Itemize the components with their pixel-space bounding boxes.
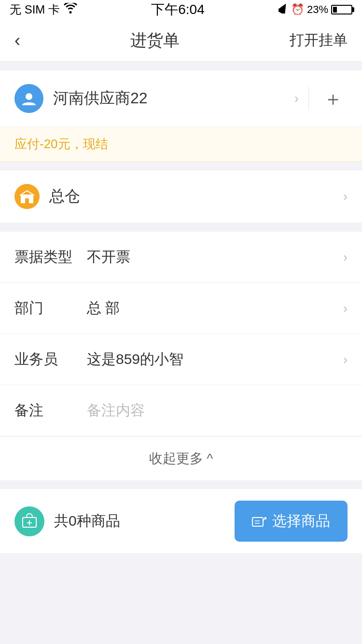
status-left: 无 SIM 卡 [10,2,77,17]
collapse-row[interactable]: 收起更多 ^ [0,436,362,480]
status-time: 下午6:04 [151,0,205,19]
warehouse-icon [14,184,40,209]
wifi-icon [64,3,77,16]
add-supplier-button[interactable]: ＋ [319,85,348,112]
supplier-avatar [14,84,43,113]
salesperson-value: 这是859的小智 [77,350,343,369]
page-title: 进货单 [130,29,180,52]
vertical-divider [308,86,309,111]
invoice-type-chevron-icon: › [343,250,348,265]
supplier-row[interactable]: 河南供应商22 › ＋ [0,70,362,127]
gap-2 [0,223,362,232]
invoice-type-value: 不开票 [77,247,343,267]
open-pending-button[interactable]: 打开挂单 [290,30,348,50]
select-product-label: 选择商品 [272,511,330,531]
location-icon [278,3,288,16]
collapse-label: 收起更多 ^ [149,449,213,468]
alarm-icon: ⏰ [291,3,304,16]
product-count: 共0种商品 [54,511,225,531]
supplier-card: 河南供应商22 › ＋ 应付-20元，现结 [0,70,362,162]
supplier-chevron-icon: › [294,91,299,106]
notice-row: 应付-20元，现结 [0,127,362,162]
svg-rect-2 [25,198,29,203]
battery-icon [331,5,352,14]
department-row[interactable]: 部门 总 部 › [0,283,362,334]
department-chevron-icon: › [343,301,348,316]
department-value: 总 部 [77,298,343,318]
salesperson-row[interactable]: 业务员 这是859的小智 › [0,334,362,385]
notice-text: 应付-20元，现结 [14,137,108,151]
status-right: ⏰ 23% [278,3,352,16]
department-label: 部门 [14,298,77,318]
salesperson-label: 业务员 [14,350,77,369]
svg-point-0 [26,93,32,100]
warehouse-chevron-icon: › [343,189,348,204]
carrier-label: 无 SIM 卡 [10,2,60,17]
supplier-name: 河南供应商22 [53,88,285,109]
battery-percent: 23% [307,3,328,16]
remark-input[interactable]: 备注内容 [77,401,348,420]
product-icon [14,506,44,536]
nav-bar: ‹ 进货单 打开挂单 [0,19,362,62]
gap-1 [0,162,362,170]
warehouse-name: 总仓 [49,186,343,207]
status-bar: 无 SIM 卡 下午6:04 ⏰ 23% [0,0,362,19]
bottom-section: 共0种商品 选择商品 [0,489,362,553]
salesperson-chevron-icon: › [343,352,348,367]
svg-rect-6 [252,518,263,526]
remark-label: 备注 [14,401,77,420]
warehouse-row[interactable]: 总仓 › [0,170,362,223]
remark-row[interactable]: 备注 备注内容 [0,385,362,436]
top-divider [0,62,362,70]
select-product-button[interactable]: 选择商品 [235,501,348,542]
page-background [0,553,362,644]
back-button[interactable]: ‹ [14,30,20,51]
form-card: 票据类型 不开票 › 部门 总 部 › 业务员 这是859的小智 › 备注 备注… [0,232,362,480]
invoice-type-row[interactable]: 票据类型 不开票 › [0,232,362,283]
invoice-type-label: 票据类型 [14,247,77,267]
